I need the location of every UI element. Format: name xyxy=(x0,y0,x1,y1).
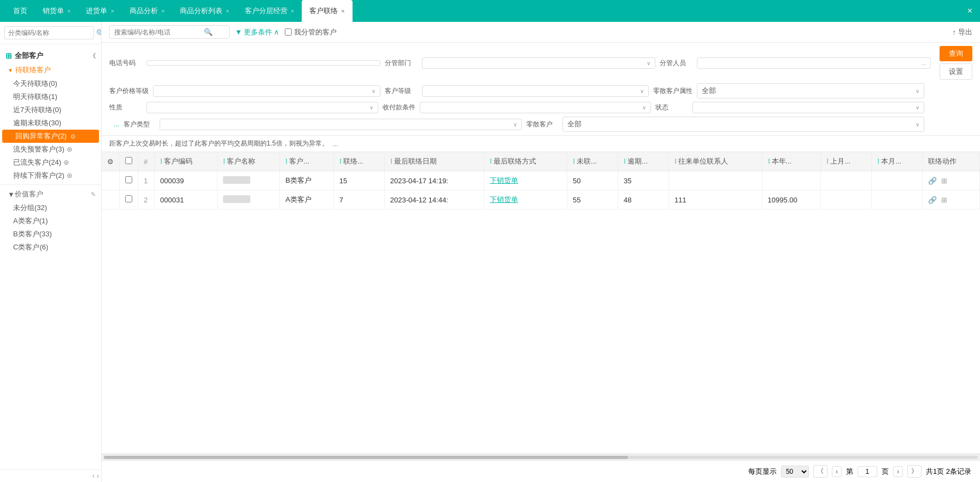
sidebar-search-button[interactable]: 🔍 xyxy=(96,29,102,37)
nav-customer-tier[interactable]: 客户分层经营 × xyxy=(237,0,302,22)
more-filter-button[interactable]: ▼ 更多条件 ∧ xyxy=(235,27,279,37)
adv-more-button[interactable]: ... xyxy=(114,120,119,128)
retail-attr-field[interactable]: 全部 ∨ xyxy=(697,83,924,98)
sidebar-prev-arrow[interactable]: ‹ xyxy=(92,472,95,480)
nav-purchase[interactable]: 进货单 × xyxy=(78,0,121,22)
my-customer-checkbox-area: 我分管的客户 xyxy=(285,27,337,37)
col-contact: ⁞联络... xyxy=(333,152,384,171)
nav-customer-contact[interactable]: 客户联络 × xyxy=(302,0,352,22)
nav-product-analysis[interactable]: 商品分析 × xyxy=(122,0,172,22)
sidebar-item-ungrouped[interactable]: 未分组(32) xyxy=(0,201,101,214)
row2-last-date: 2023-04-12 14:44: xyxy=(384,190,484,210)
prev-page-btn[interactable]: ‹ xyxy=(832,466,842,477)
sidebar-item-overdue[interactable]: 逾期未联络(30) xyxy=(0,117,101,130)
sidebar-item-class-b[interactable]: B类客户(33) xyxy=(0,228,101,241)
row1-link-icon[interactable]: 🔗 xyxy=(928,177,937,185)
col-action: 联络动作 xyxy=(923,152,980,171)
row1-grid-icon[interactable]: ⊞ xyxy=(941,177,947,185)
retail-customer-field[interactable]: 全部 ∨ xyxy=(562,117,925,132)
nav-sales-close[interactable]: × xyxy=(67,8,71,14)
status-field[interactable]: ∨ xyxy=(693,102,924,113)
row1-last-method[interactable]: 下销货单 xyxy=(484,171,567,190)
filter-search-icon[interactable]: 🔍 xyxy=(204,28,213,36)
status-label: 状态 xyxy=(655,103,688,112)
sidebar-item-declining[interactable]: 持续下滑客户(2) ⊙ xyxy=(0,169,101,182)
sidebar-item-churn-warning[interactable]: 流失预警客户(3) ⊙ xyxy=(0,143,101,156)
col-settings[interactable]: ⚙ xyxy=(102,152,120,171)
settings-icon[interactable]: ⚙ xyxy=(107,158,114,166)
nav-purchase-close[interactable]: × xyxy=(110,8,114,14)
payment-terms-field[interactable]: ∨ xyxy=(420,102,652,113)
horizontal-scrollbar[interactable] xyxy=(102,454,980,460)
retail-attr-arrow: ∨ xyxy=(916,88,919,94)
row1-contact2 xyxy=(668,171,762,190)
query-button[interactable]: 查询 xyxy=(940,46,972,61)
customer-type-field[interactable]: ∨ xyxy=(160,119,522,130)
sidebar-pending-contact-group[interactable]: ▼ 待联络客户 xyxy=(0,63,101,77)
main-layout: 🔍 ⊞ 全部客户 《 ▼ 待联络客户 今天待联络(0) 明天待联络(1) 近7天 xyxy=(0,22,980,482)
row2-grid-icon[interactable]: ⊞ xyxy=(941,196,947,204)
per-page-select[interactable]: 50 20 100 xyxy=(781,466,809,478)
sidebar-item-churned[interactable]: 已流失客户(24) ⊙ xyxy=(0,156,101,169)
row2-type: A类客户 xyxy=(280,190,333,210)
row1-overdue: 35 xyxy=(618,171,669,190)
customer-tier-field[interactable]: ∨ xyxy=(422,85,649,97)
nav-customer-tier-close[interactable]: × xyxy=(291,8,294,14)
filter-search-input[interactable] xyxy=(114,28,202,36)
select-all-checkbox[interactable] xyxy=(125,157,132,164)
nav-product-analysis-list[interactable]: 商品分析列表 × xyxy=(172,0,237,22)
sidebar-next-arrow[interactable]: › xyxy=(97,472,99,480)
nav-product-analysis-list-close[interactable]: × xyxy=(226,8,229,14)
phone-input-field[interactable] xyxy=(146,60,380,66)
sidebar-all-customers[interactable]: ⊞ 全部客户 《 xyxy=(0,49,101,63)
sidebar-search-input[interactable] xyxy=(4,26,94,39)
payment-terms-label: 收付款条件 xyxy=(383,103,415,112)
row2-code: 000031 xyxy=(155,190,218,210)
sidebar-item-class-c[interactable]: C类客户(6) xyxy=(0,241,101,254)
row2-select[interactable] xyxy=(125,195,132,202)
my-customer-checkbox[interactable] xyxy=(285,28,292,36)
dept-select-field[interactable]: ∨ xyxy=(422,57,656,69)
col-checkbox[interactable] xyxy=(120,152,138,171)
row1-select[interactable] xyxy=(125,176,132,183)
price-tier-field[interactable]: ∨ xyxy=(153,85,380,97)
tooltip-more[interactable]: ... xyxy=(333,140,338,148)
nature-field[interactable]: ∨ xyxy=(146,102,378,113)
nav-customer-contact-close[interactable]: × xyxy=(341,8,344,14)
row2-last-method[interactable]: 下销货单 xyxy=(484,190,567,210)
sidebar-value-customer-group[interactable]: ▼ 价值客户 ✎ xyxy=(0,187,101,201)
col-unread: ⁞未联... xyxy=(567,152,618,171)
main-table: ⚙ # ⁞客户编码 ⁞客户名称 ⁞客户... ⁞联络... ⁞最后联络日期 ⁞最… xyxy=(102,152,980,210)
col-this-month: ⁞本月... xyxy=(872,152,923,171)
export-icon: ↑ xyxy=(953,28,956,36)
sidebar-item-today[interactable]: 今天待联络(0) xyxy=(0,77,101,90)
page-number-input[interactable] xyxy=(858,466,877,477)
row2-this-year: 10995.00 xyxy=(762,190,821,210)
sidebar-item-7days[interactable]: 近7天待联络(0) xyxy=(0,103,101,117)
sidebar-item-repurchase-abnormal[interactable]: 回购异常客户(2) ⊙ xyxy=(2,130,99,143)
row1-last-date: 2023-04-17 14:19: xyxy=(384,171,484,190)
nature-arrow: ∨ xyxy=(369,104,373,111)
row1-checkbox[interactable] xyxy=(120,171,138,190)
sidebar-collapse-btn[interactable]: 《 xyxy=(90,52,96,60)
nav-product-analysis-close[interactable]: × xyxy=(161,8,165,14)
sidebar-item-tomorrow[interactable]: 明天待联络(1) xyxy=(0,90,101,103)
hscroll-thumb[interactable] xyxy=(104,456,628,459)
export-button[interactable]: ↑ 导出 xyxy=(953,27,973,37)
sidebar-item-class-a[interactable]: A类客户(1) xyxy=(0,214,101,228)
nav-sales[interactable]: 销货单 × xyxy=(35,0,78,22)
close-all-tabs[interactable]: × xyxy=(967,6,972,16)
nav-home[interactable]: 首页 xyxy=(5,0,35,22)
sidebar-search-area: 🔍 xyxy=(0,22,101,44)
first-page-btn[interactable]: 《 xyxy=(813,465,828,478)
total-records-label: 共1页 2条记录 xyxy=(926,467,971,477)
row2-link-icon[interactable]: 🔗 xyxy=(928,196,937,204)
top-nav: 首页 销货单 × 进货单 × 商品分析 × 商品分析列表 × 客户分层经营 × … xyxy=(0,0,980,22)
next-page-btn[interactable]: › xyxy=(893,466,903,477)
manager-select-field[interactable]: ... xyxy=(697,57,931,69)
last-page-btn[interactable]: 》 xyxy=(907,465,922,478)
row2-checkbox[interactable] xyxy=(120,190,138,210)
dept-label: 分管部门 xyxy=(385,59,418,68)
edit-icon[interactable]: ✎ xyxy=(91,191,96,198)
setting-button[interactable]: 设置 xyxy=(940,63,972,80)
